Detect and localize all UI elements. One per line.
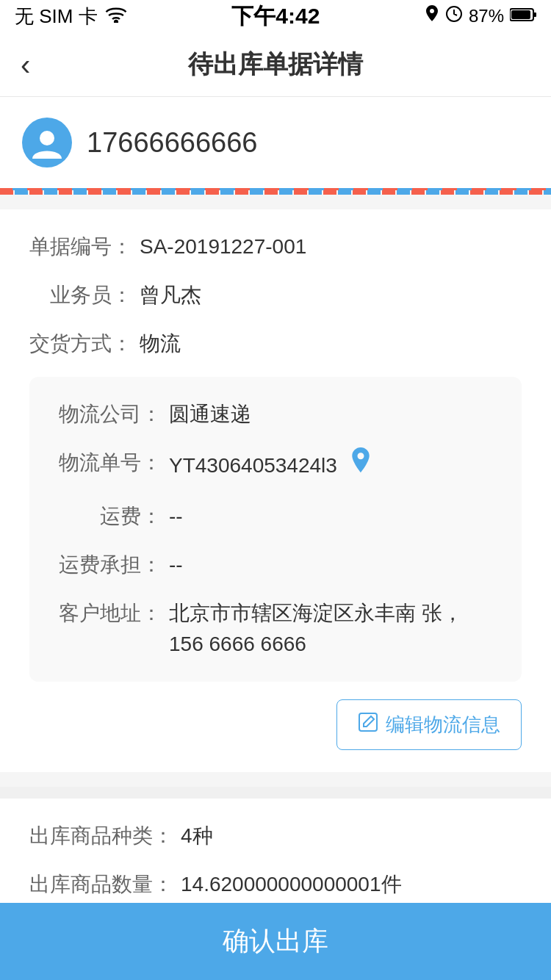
status-time: 下午4:42 (231, 1, 320, 32)
svg-rect-4 (511, 10, 530, 19)
edit-logistics-button[interactable]: 编辑物流信息 (336, 699, 522, 750)
battery-percent: 87% (469, 6, 504, 26)
status-bar: 无 SIM 卡 下午4:42 87% (0, 0, 551, 32)
goods-quantity-row: 出库商品数量： 14.620000000000001件 (29, 869, 522, 900)
logistics-card: 物流公司： 圆通速递 物流单号： YT43064053424l3 运费： -- … (29, 377, 522, 682)
edit-icon (358, 712, 378, 738)
goods-types-label: 出库商品种类： (29, 821, 173, 851)
document-no-value: SA-20191227-001 (140, 231, 522, 262)
address-value: 北京市市辖区海淀区永丰南 张，156 6666 6666 (169, 598, 492, 660)
goods-quantity-label: 出库商品数量： (29, 869, 173, 900)
order-info-section: 单据编号： SA-20191227-001 业务员： 曾凡杰 交货方式： 物流 … (0, 209, 551, 772)
battery-icon (510, 6, 536, 26)
delivery-method-label: 交货方式： (29, 328, 132, 359)
back-button[interactable]: ‹ (21, 48, 30, 81)
freight-value: -- (169, 501, 492, 532)
status-right: 87% (425, 5, 536, 27)
tracking-no-label: 物流单号： (59, 447, 162, 478)
dashed-divider (0, 190, 551, 195)
delivery-method-value: 物流 (140, 328, 522, 359)
edit-logistics-label: 编辑物流信息 (386, 712, 500, 738)
address-row: 客户地址： 北京市市辖区海淀区永丰南 张，156 6666 6666 (59, 598, 492, 660)
confirm-outbound-button[interactable]: 确认出库 (0, 923, 551, 959)
status-left: 无 SIM 卡 (15, 4, 127, 29)
tracking-location-icon[interactable] (349, 447, 372, 483)
gray-separator (0, 787, 551, 799)
avatar (22, 118, 72, 167)
svg-point-5 (40, 131, 54, 145)
goods-quantity-value: 14.620000000000001件 (181, 869, 522, 900)
location-status-icon (425, 5, 439, 27)
address-label: 客户地址： (59, 598, 162, 629)
goods-types-row: 出库商品种类： 4种 (29, 821, 522, 851)
tracking-no-text: YT43064053424l3 (169, 450, 337, 481)
salesperson-row: 业务员： 曾凡杰 (29, 280, 522, 311)
logistics-company-value: 圆通速递 (169, 399, 492, 430)
freight-row: 运费： -- (59, 501, 492, 532)
svg-rect-6 (359, 713, 377, 731)
clock-status-icon (445, 5, 463, 27)
user-header: 17666666666 (0, 97, 551, 190)
freight-bearer-value: -- (169, 550, 492, 580)
salesperson-label: 业务员： (29, 280, 132, 311)
freight-bearer-label: 运费承担： (59, 550, 162, 580)
wifi-icon (105, 5, 127, 28)
logistics-company-label: 物流公司： (59, 399, 162, 430)
document-no-label: 单据编号： (29, 231, 132, 262)
salesperson-value: 曾凡杰 (140, 280, 522, 311)
page-title: 待出库单据详情 (188, 48, 363, 82)
tracking-no-row: 物流单号： YT43064053424l3 (59, 447, 492, 483)
delivery-method-row: 交货方式： 物流 (29, 328, 522, 359)
edit-btn-wrapper: 编辑物流信息 (29, 699, 522, 750)
confirm-btn-wrapper: 确认出库 (0, 903, 551, 980)
freight-bearer-row: 运费承担： -- (59, 550, 492, 580)
carrier-text: 无 SIM 卡 (15, 4, 98, 29)
tracking-no-value: YT43064053424l3 (169, 447, 492, 483)
goods-types-value: 4种 (181, 821, 522, 851)
svg-point-0 (115, 20, 118, 22)
nav-bar: ‹ 待出库单据详情 (0, 32, 551, 97)
svg-rect-3 (533, 12, 536, 17)
freight-label: 运费： (59, 501, 162, 532)
logistics-company-row: 物流公司： 圆通速递 (59, 399, 492, 430)
user-phone: 17666666666 (87, 127, 257, 159)
document-no-row: 单据编号： SA-20191227-001 (29, 231, 522, 262)
